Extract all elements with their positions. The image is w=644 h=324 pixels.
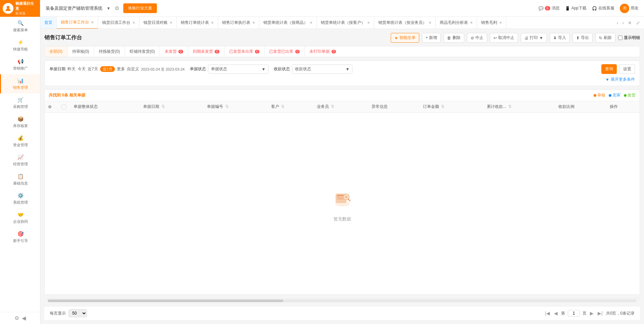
sidebar-item-system[interactable]: ⚙️ 系统管理: [0, 189, 40, 208]
scrollbar-thumb[interactable]: [48, 299, 283, 302]
industry-btn[interactable]: 体验行业方案: [123, 3, 157, 13]
refresh-btn[interactable]: ↻ 刷新: [595, 33, 615, 43]
export-icon: ⬆: [576, 36, 579, 40]
tab-delivery-stats-staff[interactable]: 销货单统计表（按业务员） ✕: [374, 17, 436, 29]
sidebar-item-inventory[interactable]: 📦 库存核算: [0, 113, 40, 132]
gear-icon[interactable]: ⚙: [115, 5, 119, 11]
th-amount[interactable]: 订单金额 ⇅: [420, 101, 483, 113]
sidebar-item-search[interactable]: 🔍 搜索菜单: [0, 17, 40, 36]
sidebar-item-quick-nav[interactable]: ⚡ 快捷导航: [0, 36, 40, 55]
scrollbar-track[interactable]: [48, 299, 637, 302]
tab-margin-analysis[interactable]: 商品毛利分析表 ✕: [436, 17, 477, 29]
status-select[interactable]: 单据状态 ▼: [208, 65, 268, 74]
close-tab-sales-exec[interactable]: ✕: [252, 21, 255, 25]
page-last-btn[interactable]: ▶|: [597, 310, 603, 317]
page-next-btn[interactable]: ▶: [589, 310, 594, 317]
tab-next-btn[interactable]: ›: [621, 19, 625, 26]
tab-delivery-stats-product[interactable]: 销货单统计表（按商品） ✕: [259, 17, 317, 29]
app-download-item[interactable]: 📱 App下载: [565, 5, 587, 11]
subtab-not-printed[interactable]: 未打印单据 0: [305, 46, 341, 57]
horizontal-scrollbar[interactable]: [44, 298, 640, 303]
page-first-btn[interactable]: |◀: [544, 310, 551, 317]
cancel-action-btn[interactable]: 充审: [609, 92, 620, 98]
review-action-btn[interactable]: 审核: [594, 92, 605, 98]
delete-btn[interactable]: 🗑 删除: [443, 33, 464, 43]
tab-sales-stats[interactable]: 销售订单统计表 ✕: [177, 17, 218, 29]
close-tab-sales-order[interactable]: ✕: [91, 21, 94, 24]
per-page-select[interactable]: 50 10 20 100: [69, 309, 87, 317]
smart-create-btn[interactable]: ★ 智能生单: [391, 33, 419, 43]
tab-close-all-btn[interactable]: ✕: [627, 19, 633, 26]
sidebar-item-marketing[interactable]: 📢 营销推广: [0, 55, 40, 74]
subtab-pending-review[interactable]: 待审核(0): [68, 46, 94, 57]
import-btn[interactable]: ⬇ 导入: [550, 33, 570, 43]
tab-home[interactable]: 首页: [40, 17, 57, 29]
date-today[interactable]: 今天: [78, 66, 86, 72]
ship-action-btn[interactable]: 发货: [624, 92, 636, 98]
th-collected[interactable]: 累计收款... ⇅: [483, 101, 555, 113]
online-service-item[interactable]: 🎧 在线客服: [592, 5, 614, 11]
th-number[interactable]: 单据编号 ⇅: [204, 101, 267, 113]
show-detail-checkbox[interactable]: [618, 36, 622, 40]
cancel-stop-btn[interactable]: ↩ 取消中止: [490, 33, 518, 43]
tab-cash-reconcile[interactable]: 钱货日清对账 ✕: [139, 17, 177, 29]
select-all-checkbox[interactable]: [61, 105, 66, 109]
date-yesterday[interactable]: 昨天: [68, 66, 76, 72]
date-7days[interactable]: 近7天: [88, 66, 98, 72]
logo-icon: [3, 3, 13, 14]
settings-icon[interactable]: ⚙: [14, 315, 19, 321]
topbar-dropdown-icon[interactable]: ▼: [106, 6, 111, 11]
sidebar-item-purchase[interactable]: 🛒 采购管理: [0, 93, 40, 113]
sidebar-item-operation[interactable]: 📈 经营管理: [0, 151, 40, 170]
th-customer[interactable]: 客户 ⇅: [268, 101, 313, 113]
subtab-expired-not-shipped[interactable]: 到期未发货 0: [188, 46, 224, 57]
sidebar-item-enterprise[interactable]: 🤝 企业协同: [0, 208, 40, 228]
tab-maximize-btn[interactable]: ⤢: [635, 19, 641, 26]
page-input[interactable]: [568, 310, 580, 317]
tab-sales-profit[interactable]: 销售毛利 ✕: [477, 17, 506, 29]
subtab-shipped-out[interactable]: 已发货已出库 0: [264, 46, 305, 57]
filter-settings-btn[interactable]: 设置: [619, 64, 635, 74]
subtab-shipped-not-out[interactable]: 已发货未出库 0: [224, 46, 265, 57]
th-settings[interactable]: ⚙: [45, 101, 58, 113]
subtab-all[interactable]: 全部(0): [45, 46, 68, 57]
message-item[interactable]: 💬 6 消息: [539, 5, 560, 11]
export-btn[interactable]: ⬆ 导出: [572, 33, 593, 43]
date-1month[interactable]: 近1月: [100, 66, 115, 72]
subtab-wangpu-pending[interactable]: 旺铺待发货(0): [125, 46, 160, 57]
close-tab-cash-daily[interactable]: ✕: [132, 21, 135, 25]
tab-cash-daily[interactable]: 钱货日清工作台 ✕: [98, 17, 139, 29]
show-detail-label[interactable]: 显示明细: [618, 35, 640, 41]
new-btn[interactable]: + 新增: [422, 33, 441, 43]
close-tab-delivery-customer[interactable]: ✕: [367, 21, 370, 25]
date-custom[interactable]: 自定义: [127, 66, 139, 72]
tab-delivery-stats-customer[interactable]: 销货单统计表（按客户） ✕: [317, 17, 374, 29]
th-date[interactable]: 单据日期 ⇅: [140, 101, 204, 113]
th-staff[interactable]: 业务员 ⇅: [313, 101, 368, 113]
sidebar-item-sales[interactable]: 📊 销售管理: [0, 74, 40, 93]
stop-btn[interactable]: ⊘ 中止: [467, 33, 487, 43]
close-tab-delivery-product[interactable]: ✕: [310, 21, 312, 25]
close-tab-sales-stats[interactable]: ✕: [211, 21, 214, 25]
query-btn[interactable]: 查询: [601, 64, 617, 74]
close-tab-cash-reconcile[interactable]: ✕: [170, 21, 172, 25]
user-item[interactable]: 用 用友: [620, 4, 639, 13]
sidebar-item-guide[interactable]: 🎯 新手引导: [0, 228, 40, 247]
sidebar-item-basic-info[interactable]: 📋 基础信息: [0, 170, 40, 189]
subtab-not-shipped[interactable]: 未发货 0: [160, 46, 188, 57]
sidebar-item-label: 销售管理: [13, 85, 28, 90]
close-tab-sales-profit[interactable]: ✕: [499, 21, 502, 25]
print-btn[interactable]: 🖨 打印 ▼: [521, 33, 547, 43]
tab-sales-order[interactable]: 销售订单工作台 ✕: [57, 17, 98, 29]
date-more[interactable]: 更多: [117, 66, 125, 72]
payment-select[interactable]: 收款状态 ▼: [292, 65, 352, 74]
close-tab-margin-analysis[interactable]: ✕: [470, 21, 473, 25]
close-tab-delivery-staff[interactable]: ✕: [429, 21, 431, 25]
page-prev-btn[interactable]: ◀: [553, 310, 558, 317]
expand-btn[interactable]: ▼ 展开更多条件: [605, 77, 635, 82]
tab-prev-btn[interactable]: ‹: [615, 19, 620, 26]
sidebar-item-finance[interactable]: 💰 资金管理: [0, 132, 40, 151]
tab-sales-exec[interactable]: 销售订单执行表 ✕: [218, 17, 259, 29]
subtab-pending-inspection[interactable]: 待拣验货(0): [94, 46, 125, 57]
collapse-icon[interactable]: ◀: [22, 315, 26, 321]
